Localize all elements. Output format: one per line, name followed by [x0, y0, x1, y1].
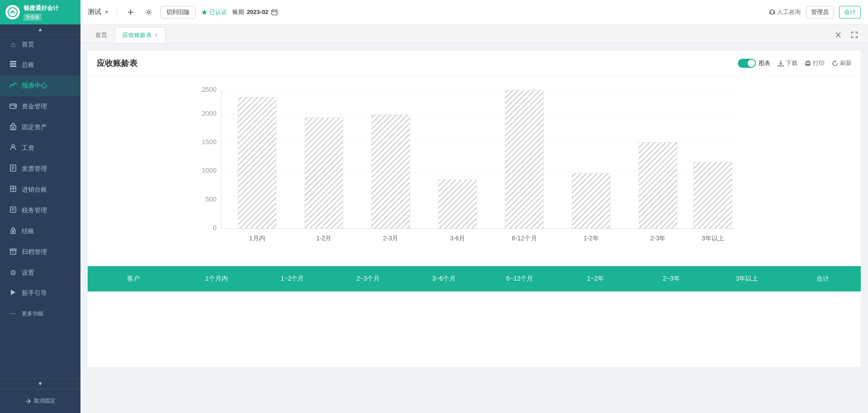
scroll-up-btn[interactable]: ▲ [38, 26, 43, 33]
table-col-total: 合计 [785, 266, 861, 291]
sidebar-item-inventory[interactable]: 进销台账 [0, 179, 80, 200]
sidebar-item-home[interactable]: ⌂ 首页 [0, 35, 80, 55]
refresh-btn[interactable]: 刷新 [832, 59, 852, 67]
chart-area: 0 500 1000 1500 2000 2500 1月内 [88, 76, 861, 266]
bar-6-12-month[interactable] [505, 90, 543, 229]
chart-toggle[interactable] [738, 59, 756, 68]
project-selector[interactable]: 测试 ▼ [88, 8, 109, 16]
bar-2-3-year[interactable] [639, 143, 677, 229]
svg-text:6-12个月: 6-12个月 [512, 235, 537, 242]
cancel-fixed-btn[interactable]: 取消固定 [0, 394, 80, 408]
print-btn[interactable]: 打印 [805, 59, 825, 67]
sidebar-item-payroll[interactable]: 工资 [0, 138, 80, 159]
period-label: 账期 [232, 8, 244, 16]
col-2-3y-label: 2~3年 [663, 275, 680, 283]
chevron-down-icon: ▼ [104, 9, 109, 15]
switch-version-btn[interactable]: 切到旧版 [160, 6, 196, 19]
svg-rect-2 [10, 61, 16, 62]
svg-point-1 [12, 10, 14, 12]
print-icon [805, 60, 811, 66]
tab-close-icon[interactable]: × [155, 33, 158, 38]
sidebar-item-invoice[interactable]: 发票管理 [0, 159, 80, 179]
svg-text:500: 500 [205, 196, 217, 203]
sidebar-item-closing[interactable]: 结账 [0, 221, 80, 242]
sidebar-item-guide[interactable]: 新手引导 [0, 283, 80, 304]
sidebar-item-funds[interactable]: 资金管理 [0, 96, 80, 117]
home-icon: ⌂ [9, 41, 17, 49]
svg-rect-3 [10, 63, 16, 65]
table-col-6-12m: 6~12个月 [482, 266, 558, 291]
svg-rect-13 [12, 127, 14, 130]
assets-icon [9, 123, 17, 132]
sidebar-item-label: 结账 [22, 227, 34, 235]
sidebar-logo: 畅捷通好会计 专业版 [0, 0, 80, 24]
sidebar-item-tax[interactable]: 税务管理 [0, 200, 80, 221]
sidebar-item-label: 发票管理 [22, 165, 47, 173]
svg-text:1月内: 1月内 [249, 235, 265, 242]
headset-icon [769, 9, 775, 15]
bar-2-3-month[interactable] [372, 115, 410, 228]
svg-text:3年以上: 3年以上 [702, 235, 724, 242]
col-3-6m-label: 3~6个月 [432, 275, 456, 283]
app-logo-icon [5, 5, 20, 19]
sidebar-item-label: 税务管理 [22, 206, 47, 215]
svg-text:2-3年: 2-3年 [650, 235, 665, 242]
tab-home[interactable]: 首页 [88, 27, 115, 43]
sidebar-item-label: 固定资产 [22, 123, 47, 131]
report-header: 应收账龄表 图表 下载 [88, 51, 861, 76]
col-1-2m-label: 1~2个月 [281, 275, 304, 283]
sidebar-bottom: 取消固定 [0, 389, 80, 413]
col-customer-label: 客户 [127, 275, 140, 283]
download-btn[interactable]: 下载 [778, 59, 797, 67]
settings-topbar-btn[interactable] [142, 6, 155, 19]
content-area: 应收账龄表 图表 下载 [80, 43, 868, 413]
scroll-down-btn[interactable]: ▼ [38, 380, 43, 387]
svg-point-33 [147, 11, 150, 13]
calendar-icon[interactable] [271, 9, 278, 15]
svg-text:3-6月: 3-6月 [450, 235, 465, 242]
bar-chart: 0 500 1000 1500 2000 2500 1月内 [97, 85, 852, 257]
svg-text:1000: 1000 [202, 167, 217, 174]
svg-marker-30 [11, 290, 15, 295]
sidebar-item-more[interactable]: ··· 更多功能 [0, 304, 80, 324]
tab-receivable-aging[interactable]: 应收账龄表 × [115, 27, 165, 43]
sidebar-item-settings[interactable]: ⚙ 设置 [0, 263, 80, 283]
svg-text:2000: 2000 [202, 110, 217, 117]
report-title: 应收账龄表 [97, 58, 137, 69]
sidebar-item-label: 总账 [22, 61, 34, 69]
sidebar-item-ledger[interactable]: 总账 [0, 55, 80, 75]
close-panel-btn[interactable] [832, 28, 844, 41]
expand-panel-btn[interactable] [848, 28, 861, 41]
consult-btn[interactable]: 人工咨询 [769, 8, 801, 16]
accountant-btn[interactable]: 会计 [839, 6, 861, 19]
consult-text: 人工咨询 [777, 8, 801, 16]
bar-1-2-month[interactable] [305, 118, 343, 229]
bar-3plus-year[interactable] [694, 162, 732, 229]
bar-3-6-month[interactable] [439, 180, 476, 229]
closing-icon [9, 227, 17, 236]
svg-rect-4 [10, 66, 16, 67]
topbar: 测试 ▼ 切到旧版 已认证 账期 2023-02 [80, 0, 868, 24]
sidebar: 畅捷通好会计 专业版 ▲ ⌂ 首页 总账 [0, 0, 80, 413]
svg-point-14 [12, 145, 14, 147]
inventory-icon [9, 185, 17, 194]
tab-home-label: 首页 [95, 31, 107, 39]
sidebar-item-label: 进销台账 [22, 186, 47, 194]
col-6-12m-label: 6~12个月 [506, 275, 533, 283]
app-logo-text: 畅捷通好会计 专业版 [24, 4, 59, 21]
sidebar-item-reports[interactable]: 报表中心 [0, 75, 80, 96]
bar-1-month[interactable] [238, 97, 276, 228]
certified-text: 已认证 [209, 8, 227, 16]
tab-current-label: 应收账龄表 [123, 31, 152, 39]
svg-text:2500: 2500 [202, 86, 217, 93]
bar-1-2-year[interactable] [572, 173, 610, 228]
add-btn[interactable] [124, 6, 137, 19]
manager-btn[interactable]: 管理员 [806, 6, 834, 19]
table-col-3-6m: 3~6个月 [406, 266, 482, 291]
svg-text:0: 0 [213, 224, 217, 231]
sidebar-item-assets[interactable]: 固定资产 [0, 117, 80, 138]
sidebar-item-archive[interactable]: 归档管理 [0, 242, 80, 263]
certified-badge: 已认证 [201, 8, 227, 16]
table-col-customer: 客户 [88, 266, 179, 291]
payroll-icon [9, 144, 17, 153]
